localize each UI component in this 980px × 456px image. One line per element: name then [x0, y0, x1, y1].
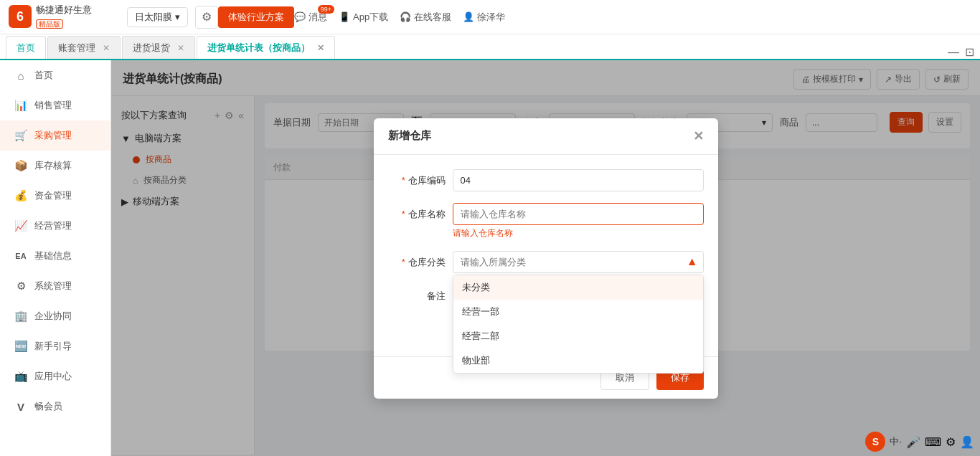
tab-account-label: 账套管理: [58, 42, 95, 54]
app-download-label: App下载: [353, 11, 388, 24]
code-field: [453, 169, 704, 191]
sidebar-appcenter-label: 应用中心: [34, 370, 72, 383]
message-icon: 💬: [294, 11, 306, 22]
modal-overlay[interactable]: 新增仓库 ✕ 仓库编码 仓库名称: [111, 60, 980, 456]
dropdown-property-label: 物业部: [462, 355, 490, 366]
store-selector[interactable]: 日太阳膜 ▾: [127, 7, 188, 27]
dropdown-item-ops2[interactable]: 经营二部: [453, 324, 703, 348]
sidebar-enterprise-label: 企业协同: [34, 310, 72, 323]
modal-body: 仓库编码 仓库名称 请输入仓库名称: [374, 155, 718, 356]
sidebar-item-enterprise[interactable]: 🏢 企业协同: [0, 301, 110, 331]
top-header: 6 畅捷通好生意 精品版 日太阳膜 ▾ ⚙ 体验行业方案 💬 99+ 消息 📱 …: [0, 0, 980, 34]
settings-button[interactable]: ⚙: [195, 6, 218, 29]
code-input[interactable]: [453, 169, 704, 191]
modal-title: 新增仓库: [388, 129, 431, 143]
online-service-label: 在线客服: [414, 11, 451, 24]
sidebar-inventory-label: 库存核算: [34, 159, 72, 172]
sidebar-purchase-label: 采购管理: [34, 129, 72, 142]
sidebar-sales-label: 销售管理: [34, 99, 72, 112]
sidebar-item-operations[interactable]: 📈 经营管理: [0, 211, 110, 241]
app-logo-icon: 6: [9, 5, 32, 28]
category-toggle-icon[interactable]: ▲: [687, 255, 698, 268]
modal-close-button[interactable]: ✕: [693, 128, 704, 144]
sidebar-finance-label: 资金管理: [34, 189, 72, 202]
settings-footer-icon[interactable]: ⚙: [946, 435, 956, 449]
tab-bar: 首页 账套管理 ✕ 进货退货 ✕ 进货单统计表（按商品） ✕ — ⊡: [0, 34, 980, 60]
sidebar-item-guide[interactable]: 🆕 新手引导: [0, 331, 110, 361]
sidebar-basic-label: 基础信息: [34, 250, 72, 262]
tab-account-close[interactable]: ✕: [103, 43, 110, 53]
trial-button[interactable]: 体验行业方案: [218, 6, 294, 28]
enterprise-icon: 🏢: [14, 310, 27, 323]
vip-icon: V: [14, 401, 27, 413]
sidebar-item-system[interactable]: ⚙ 系统管理: [0, 271, 110, 301]
system-icon: ⚙: [14, 280, 27, 293]
appcenter-icon: 📺: [14, 370, 27, 383]
category-field: ▲ 未分类 经营一部 经营二部: [453, 251, 704, 273]
dropdown-ops2-label: 经营二部: [462, 331, 499, 341]
guide-icon: 🆕: [14, 340, 27, 353]
main-layout: ⌂ 首页 📊 销售管理 🛒 采购管理 📦 库存核算 💰 资金管理 📈 经营管理 …: [0, 60, 980, 456]
app-name: 畅捷通好生意: [36, 4, 92, 16]
sidebar-item-finance[interactable]: 💰 资金管理: [0, 181, 110, 211]
sidebar-home-label: 首页: [34, 69, 53, 82]
inventory-icon: 📦: [14, 159, 27, 172]
sidebar-item-inventory[interactable]: 📦 库存核算: [0, 151, 110, 181]
sidebar-item-basic[interactable]: EA 基础信息: [0, 241, 110, 271]
dropdown-item-none[interactable]: 未分类: [453, 275, 703, 300]
home-icon: ⌂: [14, 70, 27, 82]
sidebar-guide-label: 新手引导: [34, 340, 72, 353]
form-row-category: 仓库分类 ▲ 未分类 经营一部: [388, 251, 704, 273]
chevron-down-icon: ▾: [175, 11, 180, 22]
name-error-msg: 请输入仓库名称: [453, 227, 704, 239]
tab-return[interactable]: 进货退货 ✕: [122, 36, 195, 59]
new-warehouse-modal: 新增仓库 ✕ 仓库编码 仓库名称: [374, 118, 718, 399]
app-download-button[interactable]: 📱 App下载: [339, 11, 388, 24]
messages-button[interactable]: 💬 99+ 消息: [294, 11, 327, 24]
tab-home-label: 首页: [17, 42, 35, 54]
user-icon: 👤: [463, 11, 474, 22]
dropdown-ops1-label: 经营一部: [462, 306, 499, 317]
online-service-button[interactable]: 🎧 在线客服: [400, 11, 451, 24]
sidebar: ⌂ 首页 📊 销售管理 🛒 采购管理 📦 库存核算 💰 资金管理 📈 经营管理 …: [0, 60, 111, 456]
form-row-code: 仓库编码: [388, 169, 704, 191]
category-dropdown: 未分类 经营一部 经营二部 物业部: [453, 275, 704, 374]
sidebar-item-appcenter[interactable]: 📺 应用中心: [0, 361, 110, 391]
sales-icon: 📊: [14, 99, 27, 112]
notification-badge: 99+: [318, 5, 334, 14]
user-footer-icon[interactable]: 👤: [960, 435, 974, 449]
name-input[interactable]: [453, 203, 704, 225]
dropdown-item-ops1[interactable]: 经营一部: [453, 300, 703, 324]
s-logo: S: [865, 432, 885, 452]
sidebar-item-sales[interactable]: 📊 销售管理: [0, 90, 110, 120]
header-right: 💬 99+ 消息 📱 App下载 🎧 在线客服 👤 徐泽华: [294, 11, 505, 24]
sidebar-item-purchase[interactable]: 🛒 采购管理: [0, 120, 110, 151]
tab-home[interactable]: 首页: [6, 36, 46, 59]
keyboard-icon[interactable]: ⌨: [925, 435, 941, 449]
tab-minimize-icon[interactable]: —: [948, 46, 959, 59]
code-label: 仓库编码: [388, 169, 446, 187]
sidebar-vip-label: 畅会员: [34, 400, 62, 413]
username-label: 徐泽华: [477, 11, 505, 24]
content-area: 进货单统计(按商品) 🖨 按模板打印 ▾ ↗ 导出 ↺ 刷新: [111, 60, 980, 456]
mic-icon[interactable]: 🎤: [906, 435, 920, 449]
status-footer: S 中· 🎤 ⌨ ⚙ 👤: [865, 432, 974, 452]
tab-return-close[interactable]: ✕: [177, 43, 184, 53]
sidebar-item-home[interactable]: ⌂ 首页: [0, 60, 110, 90]
tab-stats-close[interactable]: ✕: [317, 43, 324, 53]
category-input[interactable]: [453, 251, 704, 273]
user-menu[interactable]: 👤 徐泽华: [463, 11, 505, 24]
gear-icon: ⚙: [202, 10, 212, 24]
tab-stats[interactable]: 进货单统计表（按商品） ✕: [197, 36, 335, 59]
sidebar-item-vip[interactable]: V 畅会员: [0, 391, 110, 422]
lang-label: 中·: [890, 435, 902, 448]
tab-account[interactable]: 账套管理 ✕: [47, 36, 121, 59]
modal-header: 新增仓库 ✕: [374, 118, 718, 155]
store-name: 日太阳膜: [135, 11, 172, 24]
name-field: 请输入仓库名称: [453, 203, 704, 239]
dropdown-item-property[interactable]: 物业部: [453, 348, 703, 373]
operations-icon: 📈: [14, 219, 27, 232]
tab-expand-icon[interactable]: ⊡: [965, 45, 974, 59]
phone-icon: 📱: [339, 11, 350, 22]
tab-return-label: 进货退货: [133, 42, 170, 54]
